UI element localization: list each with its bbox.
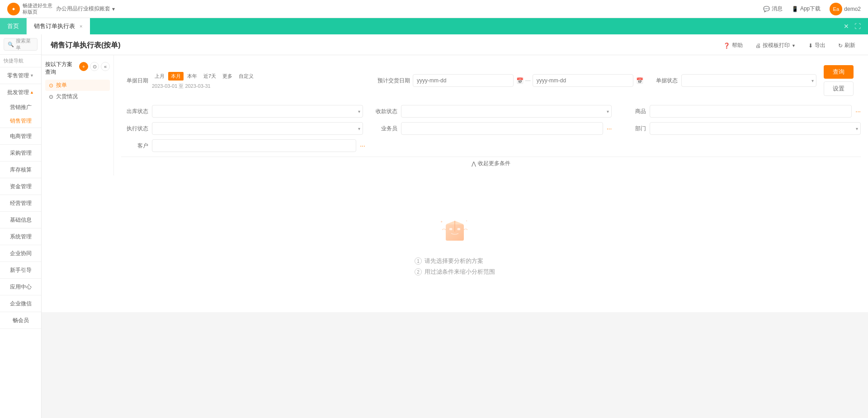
- refresh-button[interactable]: ↻ 刷新: [835, 40, 859, 51]
- sidebar-item-enterprise[interactable]: 企业协同: [0, 245, 41, 261]
- salesman-more-icon[interactable]: ···: [607, 125, 612, 132]
- setting-button[interactable]: 设置: [824, 81, 854, 96]
- maximize-icon[interactable]: ⛶: [854, 23, 861, 30]
- filter-scheme-title: 按以下方案查询 + ⊙ «: [45, 61, 110, 76]
- sidebar-item-marketing[interactable]: 营销推广: [0, 100, 41, 114]
- collapse-icon: ▲: [30, 90, 34, 95]
- date-tab-more[interactable]: 更多: [220, 72, 235, 81]
- search-button[interactable]: 🔍 搜索菜单: [4, 38, 38, 51]
- template-print-button[interactable]: 🖨 按模板打印 ▼: [752, 40, 799, 51]
- sidebar-item-basic[interactable]: 基础信息: [0, 212, 41, 228]
- sidebar-wholesale-section: 批发管理 ▲ 营销推广 销售管理: [0, 84, 41, 128]
- user-info[interactable]: Ea demo2: [830, 3, 861, 15]
- exec-status-select[interactable]: [152, 122, 363, 135]
- sidebar-item-member[interactable]: 畅会员: [0, 312, 41, 328]
- date-tab-group: 上月 本月 本年 近7天 更多 自定义: [152, 72, 370, 81]
- date-tab-7days[interactable]: 近7天: [201, 72, 219, 81]
- dept-select[interactable]: [650, 122, 861, 135]
- print-icon: 🖨: [755, 43, 761, 49]
- salesman-input[interactable]: [401, 122, 603, 135]
- scheme-item-order[interactable]: ⊙ 按单: [45, 80, 110, 91]
- bill-status-select[interactable]: [681, 74, 816, 87]
- tab-close-icon[interactable]: ×: [80, 24, 82, 29]
- sidebar-operation-section: 经营管理: [0, 195, 41, 212]
- customer-input[interactable]: [152, 139, 356, 152]
- quick-nav-label: 快捷导航: [4, 57, 38, 64]
- sidebar: 🔍 搜索菜单 快捷导航 零售管理 ▼ 批发管理 ▲ 营销推广 销售管理 电商管理: [0, 34, 42, 418]
- collapse-filter-button[interactable]: ⋀ 收起更多条件: [121, 157, 861, 170]
- sidebar-item-purchase[interactable]: 采购管理: [0, 145, 41, 161]
- header-right: 💬 消息 📱 App下载 Ea demo2: [763, 3, 861, 15]
- bill-date-label: 单据日期: [121, 77, 148, 85]
- goods-input[interactable]: [650, 105, 852, 118]
- sidebar-item-system[interactable]: 系统管理: [0, 228, 41, 245]
- calendar-start-icon[interactable]: 📅: [516, 77, 524, 84]
- dept-label: 部门: [619, 125, 646, 133]
- sidebar-item-newbie[interactable]: 新手引导: [0, 262, 41, 278]
- sidebar-wechat-section: 企业微信: [0, 295, 41, 312]
- collection-status-field: 收款状态 ▾: [370, 105, 612, 118]
- sidebar-item-wholesale[interactable]: 批发管理 ▲: [0, 84, 41, 100]
- sidebar-item-finance[interactable]: 资金管理: [0, 178, 41, 195]
- chevron-down-icon: ▾: [112, 6, 115, 12]
- sidebar-search-area: 🔍 搜索菜单: [0, 34, 41, 55]
- collection-status-select-wrap: ▾: [401, 105, 612, 118]
- quick-nav-section: 快捷导航: [0, 55, 41, 67]
- svg-text:✦: ✦: [466, 220, 467, 222]
- empty-tips: 1 请先选择要分析的方案 2 用过滤条件来缩小分析范围: [415, 257, 495, 276]
- app-selector[interactable]: 办公用品行业模拟账套 ▾: [56, 5, 115, 13]
- filter-panel: 按以下方案查询 + ⊙ « ⊙ 按单 ⊙ 欠货情况: [42, 55, 868, 176]
- expected-delivery-end[interactable]: [533, 74, 633, 87]
- tab-sales-order[interactable]: 销售订单执行表 ×: [27, 18, 90, 34]
- sidebar-item-wechat[interactable]: 企业微信: [0, 295, 41, 312]
- export-button[interactable]: ⬇ 导出: [805, 40, 829, 51]
- date-tab-current-month[interactable]: 本月: [168, 72, 184, 81]
- edit-scheme-button[interactable]: ⊙: [90, 62, 99, 71]
- sidebar-purchase-section: 采购管理: [0, 145, 41, 162]
- tab-bar-right: ✕ ⛶: [844, 23, 868, 30]
- sidebar-item-ecommerce[interactable]: 电商管理: [0, 128, 41, 144]
- sidebar-finance-section: 资金管理: [0, 178, 41, 195]
- date-tab-last-month[interactable]: 上月: [152, 72, 167, 81]
- query-action-buttons: 查询 设置: [824, 61, 861, 100]
- sidebar-item-app[interactable]: 应用中心: [0, 279, 41, 295]
- sidebar-basic-section: 基础信息: [0, 212, 41, 228]
- customer-more-icon[interactable]: ···: [360, 142, 365, 149]
- message-button[interactable]: 💬 消息: [763, 5, 783, 13]
- calendar-end-icon[interactable]: 📅: [636, 77, 643, 84]
- tip-num-2: 2: [415, 268, 422, 276]
- goods-more-icon[interactable]: ···: [855, 108, 861, 115]
- tab-home[interactable]: 首页: [0, 18, 27, 34]
- download-icon: 📱: [792, 6, 798, 12]
- export-icon: ⬇: [808, 43, 813, 49]
- header-left: 畅捷进好生意 标版页 办公用品行业模拟账套 ▾: [7, 3, 115, 15]
- delivery-status-select[interactable]: [152, 105, 363, 118]
- collapse-scheme-button[interactable]: «: [101, 62, 110, 71]
- add-scheme-button[interactable]: +: [79, 62, 88, 71]
- sidebar-item-operation[interactable]: 经营管理: [0, 195, 41, 211]
- date-tab-this-year[interactable]: 本年: [184, 72, 200, 81]
- expected-delivery-label: 预计交货日期: [377, 77, 409, 85]
- date-tab-custom[interactable]: 自定义: [236, 72, 256, 81]
- exec-status-label: 执行状态: [121, 125, 148, 133]
- empty-state: ★ ✦ 1 请先选择要分析的方案 2 用过滤条件来缩小分析范围: [42, 176, 868, 312]
- close-window-icon[interactable]: ✕: [844, 23, 849, 30]
- filter-row-2: 出库状态 ▾ 收款状态: [121, 105, 861, 118]
- help-button[interactable]: ❓ 帮助: [720, 40, 746, 51]
- empty-tip-2: 2 用过滤条件来缩小分析范围: [415, 268, 495, 276]
- filter-row-1: 单据日期 上月 本月 本年 近7天 更多 自定义 2023-03-01 至 20…: [121, 61, 861, 100]
- tab-bar: 首页 销售订单执行表 × ✕ ⛶: [0, 18, 868, 34]
- customer-label: 客户: [121, 142, 148, 150]
- sidebar-item-sales[interactable]: 销售管理: [0, 114, 41, 128]
- sidebar-item-inventory[interactable]: 库存核算: [0, 162, 41, 178]
- sidebar-item-retail[interactable]: 零售管理 ▼: [0, 67, 41, 84]
- salesman-field: 业务员 ···: [370, 122, 612, 135]
- expected-delivery-range: 📅 — 📅: [413, 74, 643, 87]
- collection-status-label: 收款状态: [370, 108, 397, 115]
- expected-delivery-start[interactable]: [413, 74, 514, 87]
- scheme-item-shortage[interactable]: ⊙ 欠货情况: [45, 91, 110, 102]
- app-download-button[interactable]: 📱 App下载: [792, 5, 821, 13]
- page-title: 销售订单执行表(按单): [51, 41, 121, 50]
- query-button[interactable]: 查询: [824, 65, 854, 79]
- collection-status-select[interactable]: [401, 105, 612, 118]
